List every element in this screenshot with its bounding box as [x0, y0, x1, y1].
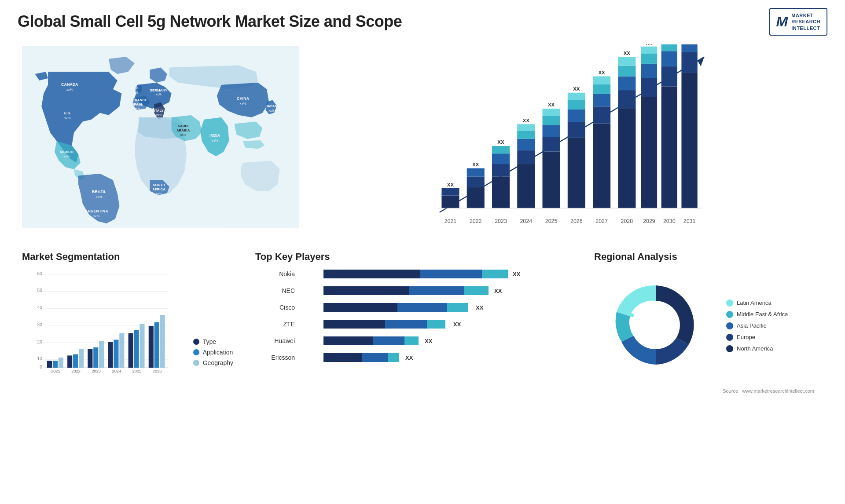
svg-text:CHINA: CHINA — [237, 96, 250, 101]
svg-rect-93 — [661, 66, 677, 87]
svg-rect-65 — [568, 122, 585, 137]
svg-point-166 — [632, 301, 680, 349]
svg-text:XX: XX — [573, 86, 580, 91]
svg-text:xx%: xx% — [156, 93, 162, 96]
svg-rect-60 — [543, 116, 560, 125]
cisco-bar: XX — [299, 301, 568, 314]
svg-text:2025: 2025 — [545, 218, 558, 224]
svg-rect-81 — [618, 66, 636, 77]
svg-text:XX: XX — [624, 51, 631, 56]
svg-text:ARABIA: ARABIA — [176, 128, 190, 132]
svg-rect-71 — [593, 123, 610, 208]
svg-rect-124 — [79, 349, 84, 368]
svg-text:2029: 2029 — [643, 218, 655, 224]
ericsson-bar: XX — [299, 351, 568, 364]
svg-rect-53 — [517, 131, 535, 139]
svg-text:2021: 2021 — [445, 218, 457, 224]
svg-rect-163 — [362, 353, 388, 362]
geography-dot — [193, 360, 199, 366]
svg-rect-147 — [409, 286, 464, 295]
svg-rect-35 — [441, 196, 459, 208]
svg-rect-99 — [681, 52, 697, 73]
svg-rect-73 — [593, 94, 610, 107]
svg-text:XX: XX — [548, 102, 555, 107]
svg-rect-45 — [492, 164, 510, 177]
svg-text:xx%: xx% — [63, 154, 70, 158]
svg-rect-151 — [397, 303, 447, 312]
svg-text:XX: XX — [453, 321, 461, 328]
svg-text:XX: XX — [598, 70, 605, 75]
svg-text:XX: XX — [523, 117, 530, 123]
latin-america-label: Latin America — [737, 299, 772, 306]
svg-rect-54 — [517, 124, 535, 130]
list-item: North America — [726, 345, 788, 352]
svg-rect-87 — [641, 64, 657, 78]
svg-rect-138 — [149, 326, 154, 368]
svg-rect-74 — [593, 84, 610, 94]
svg-rect-61 — [543, 109, 560, 116]
svg-text:xx%: xx% — [180, 133, 186, 136]
table-row: Huawei XX — [255, 335, 568, 347]
player-nec: NEC — [255, 287, 295, 294]
table-row: ZTE XX — [255, 318, 568, 330]
regional-title: Regional Analysis — [594, 251, 819, 263]
players-list: Nokia XX NEC — [255, 268, 568, 364]
world-map: CANADA xx% U.S. xx% MEXICO xx% BRAZIL xx… — [22, 44, 299, 229]
svg-rect-92 — [661, 86, 677, 208]
svg-text:2028: 2028 — [621, 218, 633, 224]
svg-rect-82 — [618, 57, 636, 66]
svg-text:FRANCE: FRANCE — [132, 98, 147, 102]
svg-text:XX: XX — [447, 182, 454, 187]
seg-chart-container: 60 50 40 30 20 10 0 — [22, 268, 233, 375]
svg-rect-162 — [323, 353, 362, 362]
svg-text:2030: 2030 — [663, 218, 676, 224]
svg-text:XX: XX — [513, 271, 521, 278]
svg-rect-122 — [67, 355, 72, 368]
mea-label: Middle East & Africa — [737, 311, 788, 318]
svg-text:CANADA: CANADA — [61, 82, 78, 87]
svg-text:JAPAN: JAPAN — [266, 104, 277, 108]
players-section: Top Key Players Nokia XX — [246, 247, 577, 504]
legend-application-label: Application — [203, 349, 233, 356]
svg-text:BRAZIL: BRAZIL — [92, 190, 107, 194]
nokia-bar: XX — [299, 268, 568, 280]
svg-text:xx%: xx% — [240, 102, 246, 106]
svg-rect-134 — [129, 333, 133, 368]
svg-rect-44 — [492, 177, 510, 208]
svg-rect-158 — [323, 336, 373, 345]
svg-text:U.K.: U.K. — [132, 86, 139, 90]
application-dot — [193, 349, 199, 355]
svg-rect-126 — [88, 349, 92, 368]
logo-text: MARKET RESEARCH INTELLECT — [791, 12, 820, 31]
svg-text:xx%: xx% — [66, 88, 73, 91]
svg-rect-120 — [59, 358, 63, 368]
segmentation-title: Market Segmentation — [22, 251, 233, 263]
svg-rect-123 — [73, 354, 78, 368]
page-title: Global Small Cell 5g Network Market Size… — [18, 12, 402, 31]
svg-rect-150 — [323, 303, 397, 312]
growth-chart: XX 2021 XX 2022 XX 2023 — [312, 44, 819, 229]
donut-container: Latin America Middle East & Africa Asia … — [594, 268, 819, 384]
list-item: Asia Pacific — [726, 322, 788, 329]
svg-rect-58 — [543, 137, 560, 151]
europe-label: Europe — [737, 334, 755, 340]
svg-text:XX: XX — [405, 354, 413, 361]
nec-bar: XX — [299, 285, 568, 297]
legend-type-label: Type — [203, 338, 216, 345]
svg-rect-39 — [467, 187, 485, 208]
svg-text:XX: XX — [476, 304, 484, 311]
seg-bars: 60 50 40 30 20 10 0 — [22, 268, 184, 375]
svg-rect-156 — [427, 320, 445, 329]
svg-rect-41 — [467, 168, 485, 176]
svg-text:2022: 2022 — [71, 369, 81, 373]
svg-text:2026: 2026 — [153, 369, 162, 373]
legend-application: Application — [193, 349, 233, 356]
svg-rect-143 — [420, 270, 482, 278]
header: Global Small Cell 5g Network Market Size… — [0, 0, 845, 40]
svg-text:50: 50 — [37, 288, 43, 293]
logo-letter: M — [776, 14, 788, 30]
svg-text:SOUTH: SOUTH — [153, 183, 165, 187]
svg-rect-57 — [543, 151, 560, 208]
svg-rect-75 — [593, 76, 610, 84]
svg-text:SAUDI: SAUDI — [178, 124, 188, 128]
